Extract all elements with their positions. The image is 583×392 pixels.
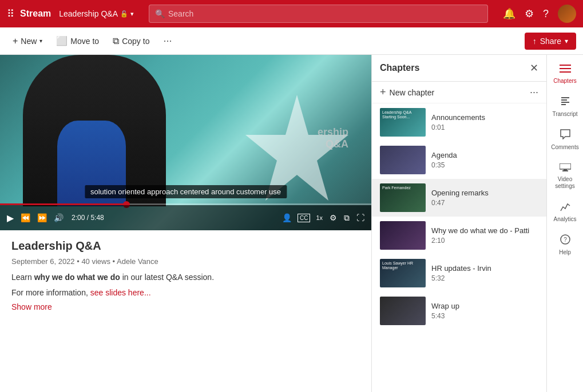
nav-actions: 🔔 ⚙ ? <box>503 5 576 23</box>
plus-icon: + <box>13 36 18 46</box>
move-label: Move to <box>70 37 99 46</box>
copy-label: Copy to <box>122 37 149 46</box>
svg-rect-10 <box>562 170 568 171</box>
fullscreen-button[interactable]: ⛶ <box>355 212 366 223</box>
chapter-name: Opening remarks <box>431 189 538 197</box>
video-settings-icon <box>560 162 571 174</box>
chapter-info: Agenda 0:35 <box>431 151 538 169</box>
total-time: 5:48 <box>90 214 104 222</box>
breadcrumb-chevron-icon: ▾ <box>130 10 134 18</box>
analytics-icon <box>560 201 570 214</box>
video-overlay-text: ershipQ&A <box>318 126 348 150</box>
chapters-panel: Chapters ✕ + New chapter ··· Leadership … <box>371 55 583 392</box>
chapter-time: 0:01 <box>431 123 538 131</box>
volume-button[interactable]: 🔊 <box>53 212 65 223</box>
chapters-icon <box>560 64 571 76</box>
breadcrumb[interactable]: Leadership Q&A 🔓 ▾ <box>59 9 134 18</box>
sidebar-icon-transcript[interactable]: Transcript <box>547 91 583 122</box>
rewind-button[interactable]: ⏪ <box>19 212 31 223</box>
video-more-info: For more information, see slides here... <box>11 287 360 299</box>
chapter-thumb-text: Louis Sawyer HR Manager <box>382 261 426 271</box>
sidebar-icon-analytics[interactable]: Analytics <box>547 197 583 227</box>
sidebar-icon-label: Video settings <box>549 176 581 190</box>
search-input[interactable] <box>168 9 482 18</box>
new-chapter-plus-icon: + <box>380 86 386 98</box>
chapter-name: Agenda <box>431 151 538 159</box>
copy-to-button[interactable]: ⧉ Copy to <box>107 33 155 50</box>
chapter-name: Wrap up <box>431 302 538 310</box>
settings-icon[interactable]: ⚙ <box>525 7 534 20</box>
search-bar: 🔍 <box>149 5 488 23</box>
chapters-more-button[interactable]: ··· <box>530 86 538 98</box>
notifications-icon[interactable]: 🔔 <box>503 7 515 20</box>
sidebar-icon-help[interactable]: ? Help <box>547 230 583 261</box>
chapters-close-button[interactable]: ✕ <box>530 62 538 74</box>
video-description: Learn why we do what we do in our latest… <box>11 271 360 283</box>
transcript-icon <box>560 96 570 109</box>
help-icon: ? <box>560 234 570 247</box>
sidebar-icon-label: Analytics <box>553 216 576 223</box>
sidebar-icon-comments[interactable]: Comments <box>547 125 583 155</box>
video-player[interactable]: ershipQ&A solution oriented approach cen… <box>0 55 371 230</box>
chapter-info: Announcements 0:01 <box>431 113 538 131</box>
chapter-info: Wrap up 5:43 <box>431 302 538 320</box>
chapter-time: 2:10 <box>431 237 538 245</box>
share-button[interactable]: ↑ Share ▾ <box>525 33 576 50</box>
video-meta: September 6, 2022 • 40 views • Adele Van… <box>11 257 360 266</box>
play-button[interactable]: ▶ <box>6 211 15 225</box>
breadcrumb-lock-icon: 🔓 <box>120 10 128 18</box>
sidebar-icon-label: Chapters <box>553 78 577 85</box>
sidebar-icon-chapters[interactable]: Chapters <box>547 59 583 89</box>
chapter-time: 5:43 <box>431 312 538 320</box>
sidebar-icon-label: Help <box>559 249 571 256</box>
vc-right-controls: 👤 CC 1x ⚙ ⧉ ⛶ <box>281 212 366 224</box>
video-caption: solution oriented approach centered arou… <box>85 185 287 198</box>
video-author: Adele Vance <box>117 257 158 266</box>
chapter-item[interactable]: Leadership Q&A Starting Soon... Announce… <box>372 103 546 141</box>
captions-button[interactable]: CC <box>298 214 310 222</box>
video-info: Leadership Q&A September 6, 2022 • 40 vi… <box>0 230 371 321</box>
help-icon[interactable]: ? <box>543 8 549 20</box>
video-date: September 6, 2022 <box>11 257 75 266</box>
chapter-info: Why we do what we do - Patti 2:10 <box>431 226 538 245</box>
chapter-thumbnail: Louis Sawyer HR Manager <box>380 259 426 287</box>
chapter-item[interactable]: Why we do what we do - Patti 2:10 <box>372 217 546 254</box>
chapter-thumbnail <box>380 297 426 325</box>
more-options-button[interactable]: ··· <box>157 31 177 50</box>
fast-forward-button[interactable]: ⏩ <box>36 212 48 223</box>
move-to-button[interactable]: ⬜ Move to <box>50 32 105 50</box>
chapter-item[interactable]: Wrap up 5:43 <box>372 292 546 330</box>
svg-rect-9 <box>564 169 567 170</box>
grid-icon[interactable]: ⠿ <box>7 7 14 20</box>
chapter-thumbnail <box>380 146 426 174</box>
move-icon: ⬜ <box>56 35 68 46</box>
new-label: New <box>21 37 37 46</box>
chapter-item[interactable]: Louis Sawyer HR Manager HR updates - Irv… <box>372 254 546 292</box>
ellipsis-icon: ··· <box>163 35 172 47</box>
breadcrumb-label: Leadership Q&A <box>59 9 118 18</box>
new-button[interactable]: + New ▾ <box>7 33 48 50</box>
more-info-text: For more information, <box>11 288 90 297</box>
sidebar-icon-video-settings[interactable]: Video settings <box>547 158 583 194</box>
speed-button[interactable]: 1x <box>315 213 324 222</box>
side-icons: Chapters Transcript Comments Video setti… <box>546 55 583 392</box>
chapters-list: Leadership Q&A Starting Soon... Announce… <box>372 103 546 392</box>
slides-link[interactable]: see slides here... <box>90 288 151 297</box>
chapter-info: HR updates - Irvin 5:32 <box>431 264 538 282</box>
miniplayer-button[interactable]: ⧉ <box>343 212 351 224</box>
video-views: 40 views <box>81 257 110 266</box>
chapter-item[interactable]: Agenda 0:35 <box>372 141 546 179</box>
chapter-item[interactable]: Park Fernandez Opening remarks 0:47 <box>372 179 546 217</box>
new-chapter-row: + New chapter ··· <box>372 82 546 103</box>
meta-sep2: • <box>113 257 117 266</box>
share-icon: ↑ <box>533 37 537 46</box>
quality-button[interactable]: ⚙ <box>328 212 338 223</box>
new-chapter-button[interactable]: + New chapter <box>380 86 434 98</box>
svg-text:?: ? <box>564 237 567 243</box>
person-icon-btn[interactable]: 👤 <box>281 212 293 223</box>
avatar[interactable] <box>558 5 576 23</box>
search-icon: 🔍 <box>155 9 165 18</box>
svg-rect-7 <box>561 104 566 105</box>
svg-rect-4 <box>561 97 569 98</box>
show-more-button[interactable]: Show more <box>11 302 52 311</box>
